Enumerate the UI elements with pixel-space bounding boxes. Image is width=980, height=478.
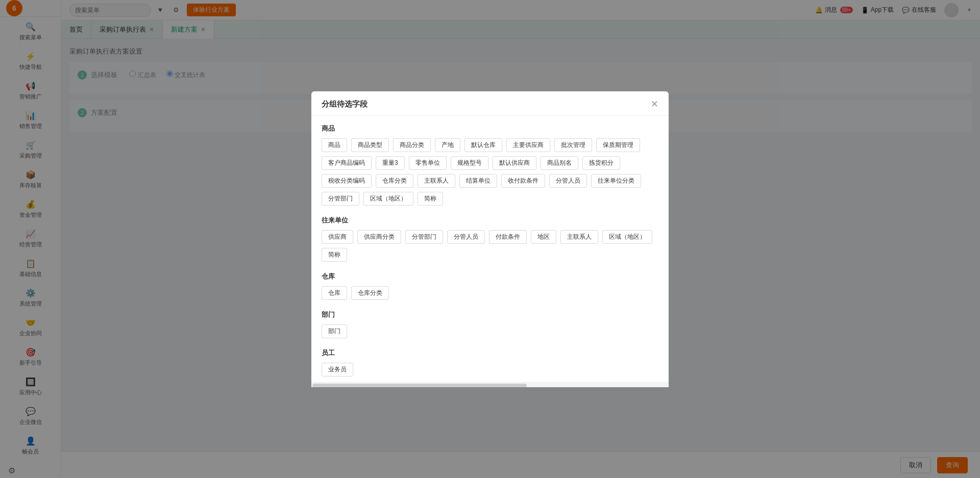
field-tags-warehouse: 仓库仓库分类: [322, 286, 658, 300]
field-tag-goods-8[interactable]: 客户商品编码: [322, 156, 372, 170]
field-tag-partner-1[interactable]: 供应商分类: [357, 230, 401, 244]
field-tag-goods-10[interactable]: 零售单位: [409, 156, 447, 170]
section-title-warehouse: 仓库: [322, 272, 658, 281]
field-tag-partner-2[interactable]: 分管部门: [405, 230, 443, 244]
field-tag-goods-7[interactable]: 保质期管理: [596, 138, 640, 152]
modal-hscroll-thumb: [312, 384, 527, 387]
field-tags-dept: 部门: [322, 324, 658, 338]
field-tag-partner-4[interactable]: 付款条件: [489, 230, 527, 244]
field-tag-goods-24[interactable]: 简称: [418, 192, 443, 206]
field-tags-goods: 商品商品类型商品分类产地默认仓库主要供应商批次管理保质期管理客户商品编码重量3零…: [322, 138, 658, 206]
field-tag-goods-21[interactable]: 往来单位分类: [591, 174, 641, 188]
modal-header: 分组待选字段 ✕: [311, 91, 669, 116]
field-tag-goods-11[interactable]: 规格型号: [451, 156, 488, 170]
field-tag-dept-0[interactable]: 部门: [322, 324, 347, 338]
field-section-goods: 商品商品商品类型商品分类产地默认仓库主要供应商批次管理保质期管理客户商品编码重量…: [322, 124, 658, 206]
field-tag-goods-15[interactable]: 税收分类编码: [322, 174, 372, 188]
field-tag-goods-6[interactable]: 批次管理: [554, 138, 592, 152]
field-tag-goods-2[interactable]: 商品分类: [393, 138, 431, 152]
field-tags-partner: 供应商供应商分类分管部门分管人员付款条件地区主联系人区域（地区）简称: [322, 230, 658, 262]
modal-horizontal-scrollbar[interactable]: [311, 382, 669, 387]
field-tag-goods-22[interactable]: 分管部门: [322, 192, 359, 206]
modal: 分组待选字段 ✕ 商品商品商品类型商品分类产地默认仓库主要供应商批次管理保质期管…: [311, 91, 669, 387]
field-tag-partner-3[interactable]: 分管人员: [447, 230, 485, 244]
section-title-goods: 商品: [322, 124, 658, 133]
modal-close-btn[interactable]: ✕: [651, 99, 658, 109]
section-title-dept: 部门: [322, 310, 658, 319]
field-section-dept: 部门部门: [322, 310, 658, 338]
field-section-warehouse: 仓库仓库仓库分类: [322, 272, 658, 300]
field-tag-goods-9[interactable]: 重量3: [376, 156, 405, 170]
field-section-partner: 往来单位供应商供应商分类分管部门分管人员付款条件地区主联系人区域（地区）简称: [322, 216, 658, 262]
field-tag-goods-4[interactable]: 默认仓库: [464, 138, 502, 152]
field-section-staff: 员工业务员: [322, 348, 658, 376]
field-tag-goods-13[interactable]: 商品别名: [541, 156, 578, 170]
field-tag-goods-17[interactable]: 主联系人: [418, 174, 455, 188]
modal-overlay: 分组待选字段 ✕ 商品商品商品类型商品分类产地默认仓库主要供应商批次管理保质期管…: [0, 0, 980, 478]
section-title-staff: 员工: [322, 348, 658, 358]
field-tag-partner-6[interactable]: 主联系人: [560, 230, 598, 244]
field-tag-staff-0[interactable]: 业务员: [322, 363, 353, 376]
field-tags-staff: 业务员: [322, 363, 658, 376]
field-tag-goods-12[interactable]: 默认供应商: [493, 156, 536, 170]
field-tag-partner-8[interactable]: 简称: [322, 248, 347, 262]
field-tag-goods-18[interactable]: 结算单位: [459, 174, 497, 188]
field-tag-partner-0[interactable]: 供应商: [322, 230, 353, 244]
field-tag-goods-16[interactable]: 仓库分类: [376, 174, 413, 188]
modal-body[interactable]: 商品商品商品类型商品分类产地默认仓库主要供应商批次管理保质期管理客户商品编码重量…: [311, 116, 669, 383]
field-tag-goods-3[interactable]: 产地: [435, 138, 460, 152]
modal-title: 分组待选字段: [322, 99, 368, 109]
section-title-partner: 往来单位: [322, 216, 658, 225]
field-tag-goods-20[interactable]: 分管人员: [549, 174, 587, 188]
field-tag-goods-5[interactable]: 主要供应商: [506, 138, 550, 152]
field-tag-warehouse-1[interactable]: 仓库分类: [351, 286, 389, 300]
field-tag-partner-7[interactable]: 区域（地区）: [602, 230, 652, 244]
field-tag-goods-0[interactable]: 商品: [322, 138, 347, 152]
field-tag-goods-1[interactable]: 商品类型: [351, 138, 389, 152]
field-tag-goods-19[interactable]: 收付款条件: [501, 174, 545, 188]
field-tag-partner-5[interactable]: 地区: [531, 230, 556, 244]
field-tag-goods-23[interactable]: 区域（地区）: [363, 192, 413, 206]
field-tag-goods-14[interactable]: 拣货积分: [582, 156, 620, 170]
field-tag-warehouse-0[interactable]: 仓库: [322, 286, 347, 300]
